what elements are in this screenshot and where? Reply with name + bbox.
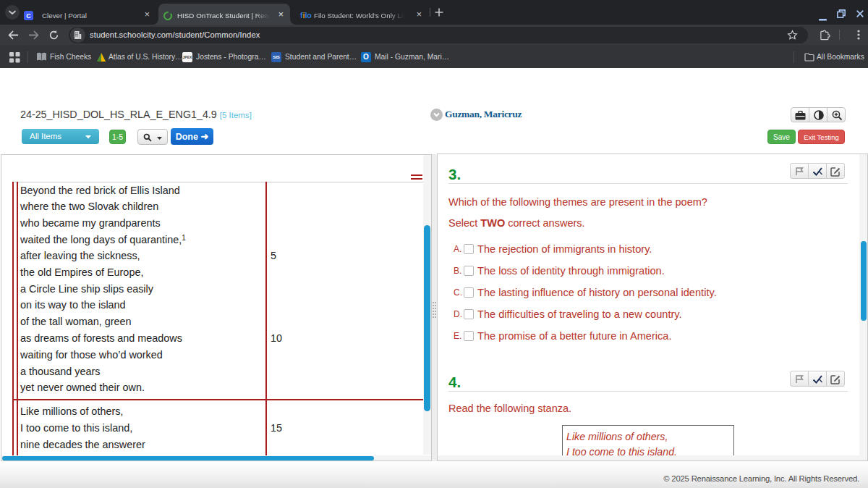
svg-text:C: C — [26, 12, 31, 20]
